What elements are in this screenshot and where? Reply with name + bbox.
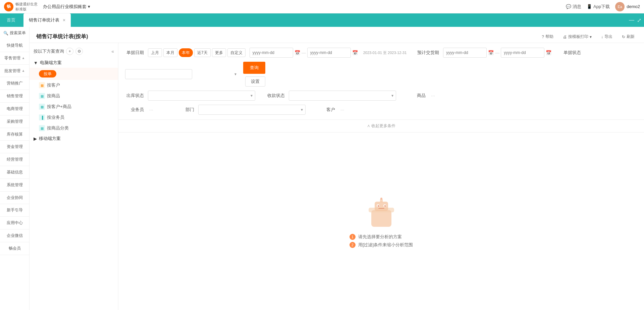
logo-text: 畅捷通好生意 标准版 [15, 2, 38, 11]
btn-custom[interactable]: 自定义 [227, 48, 246, 57]
btn-last-7[interactable]: 近7天 [194, 48, 211, 57]
pay-status-select[interactable] [289, 91, 396, 101]
query-area: 查询 设置 [243, 62, 265, 87]
tree-group-pc-header[interactable]: ▼ 电脑端方案 [30, 58, 118, 68]
sidebar-item-purchase[interactable]: 采购管理 [0, 115, 29, 128]
sidebar-item-basics[interactable]: 基础信息 [0, 166, 29, 179]
sidebar-item-quick-nav[interactable]: 快捷导航 [0, 39, 29, 52]
sidebar-item-ecommerce[interactable]: 电商管理 [0, 103, 29, 115]
export-label: 导出 [604, 34, 612, 40]
page-header-actions: ? 帮助 🖨 按模板打印 ▾ ↓ 导出 ↻ 刷新 [539, 33, 637, 41]
tab-minimize-icon[interactable]: — [629, 17, 634, 23]
expected-calendar-start-icon[interactable]: 📅 [488, 50, 494, 55]
page-header: 销售订单统计表(按单) ? 帮助 🖨 按模板打印 ▾ ↓ 导出 ↻ 刷新 [30, 27, 644, 43]
tree-item-by-category[interactable]: ▦ 按商品分类 [30, 123, 118, 134]
ship-status-select[interactable] [148, 91, 255, 101]
query-btn[interactable]: 查询 [243, 62, 265, 74]
sidebar-search[interactable]: 🔍 搜索菜单 [0, 27, 29, 39]
main-layout: 🔍 搜索菜单 快捷导航 零售管理 ▲ 批发管理 ▲ 营销推广 销售管理 电商管理… [0, 27, 644, 310]
sidebar-item-enterprise[interactable]: 企业协同 [0, 192, 29, 204]
collapse-conditions-btn[interactable]: ∧ 收起更多条件 [118, 120, 644, 133]
refresh-label: 刷新 [627, 34, 635, 40]
btn-last-month[interactable]: 上月 [148, 48, 162, 57]
hint-num-1: 1 [350, 234, 356, 240]
logo-icon: 畅 [4, 2, 13, 11]
btn-this-month[interactable]: 本月 [163, 48, 177, 57]
help-btn[interactable]: ? 帮助 [539, 33, 556, 41]
btn-this-year[interactable]: 本年 [179, 48, 193, 57]
right-panel: 单据日期 上月 本月 本年 近7天 更多 自定义 📅 — [118, 43, 644, 310]
sidebar-item-system[interactable]: 系统管理 [0, 179, 29, 192]
sidebar-item-retail[interactable]: 零售管理 ▲ [0, 52, 29, 65]
expected-date-start-input[interactable] [443, 48, 487, 58]
empty-hint-item-2: 2 用[过滤]条件来缩小分析范围 [350, 242, 413, 248]
tab-close-icon[interactable]: × [63, 17, 65, 23]
add-scheme-btn[interactable]: + [66, 48, 73, 55]
btn-more[interactable]: 更多 [212, 48, 226, 57]
tree-item-by-product[interactable]: ▦ 按商品 [30, 91, 118, 101]
sidebar-item-sales[interactable]: 销售管理 [0, 90, 29, 103]
date-start-input[interactable] [250, 48, 293, 58]
tab-sales-stats-label: 销售订单统计表 [29, 17, 59, 23]
export-btn[interactable]: ↓ 导出 [598, 33, 615, 41]
sidebar-item-apps[interactable]: 应用中心 [0, 217, 29, 229]
hint-text-2: 用[过滤]条件来缩小分析范围 [358, 242, 413, 248]
by-category-label: 按商品分类 [47, 125, 69, 131]
user-info[interactable]: Ea demo2 [615, 2, 640, 11]
expected-date-end-input[interactable] [501, 48, 544, 58]
scheme-settings-btn[interactable]: ⚙ [75, 48, 83, 55]
doc-status-select[interactable] [125, 69, 192, 79]
product-label: 商品 [407, 93, 426, 99]
message-action[interactable]: 💬 消息 [566, 4, 581, 10]
filter-row-1: 单据日期 上月 本月 本年 近7天 更多 自定义 📅 — [125, 48, 637, 87]
tab-maximize-icon[interactable]: ⤢ [637, 17, 641, 23]
by-customer-label: 按客户 [47, 82, 60, 88]
sidebar-item-vip[interactable]: 畅会员 [0, 242, 29, 255]
product-dots-btn[interactable]: ··· [430, 93, 436, 98]
template-print-btn[interactable]: 🖨 按模板打印 ▾ [560, 33, 594, 41]
filter-row-2: 出库状态 收款状态 商品 ··· [125, 91, 637, 101]
tab-sales-stats[interactable]: 销售订单统计表 × [23, 13, 71, 27]
svg-point-5 [378, 205, 379, 207]
sidebar-item-operations[interactable]: 经营管理 [0, 153, 29, 166]
print-arrow-icon: ▾ [590, 35, 592, 39]
top-bar: 畅 畅捷通好生意 标准版 办公用品行业模拟账套 ▾ 💬 消息 📱 App下载 E… [0, 0, 644, 13]
logo-area: 畅 畅捷通好生意 标准版 [4, 2, 38, 11]
workspace-selector[interactable]: 办公用品行业模拟账套 ▾ [40, 2, 93, 11]
svg-rect-2 [375, 202, 388, 211]
sidebar-item-wholesale[interactable]: 批发管理 ▲ [0, 65, 29, 78]
hint-num-2: 2 [350, 242, 356, 248]
app-download-action[interactable]: 📱 App下载 [587, 4, 610, 10]
tab-home[interactable]: 首页 [0, 13, 22, 27]
settings-btn[interactable]: 设置 [245, 76, 265, 87]
customer-dots-btn[interactable]: ··· [339, 107, 346, 112]
print-icon: 🖨 [563, 35, 567, 39]
sidebar-item-marketing[interactable]: 营销推广 [0, 77, 29, 90]
svg-point-6 [384, 205, 386, 207]
filter-section: 单据日期 上月 本月 本年 近7天 更多 自定义 📅 — [118, 43, 644, 120]
empty-hint: 1 请先选择要分析的方案 2 用[过滤]条件来缩小分析范围 [350, 234, 413, 248]
sidebar-item-inventory[interactable]: 库存核算 [0, 128, 29, 141]
calendar-end-icon[interactable]: 📅 [352, 50, 358, 55]
tab-bar: 首页 销售订单统计表 × — ⤢ [0, 13, 644, 27]
dept-select-wrapper [198, 105, 306, 115]
calendar-start-icon[interactable]: 📅 [294, 50, 300, 55]
expected-calendar-end-icon[interactable]: 📅 [546, 50, 551, 55]
collapse-panel-btn[interactable]: « [111, 49, 114, 54]
tree-item-by-customer[interactable]: ▦ 按客户 [30, 80, 118, 91]
refresh-btn[interactable]: ↻ 刷新 [619, 33, 637, 41]
tree-item-by-salesperson[interactable]: ▐ 按业务员 [30, 112, 118, 123]
tree-item-by-customer-product[interactable]: ▦ 按客户+商品 [30, 101, 118, 112]
dept-select[interactable] [198, 105, 306, 115]
expected-date-label: 预计交货期 [417, 50, 439, 56]
tree-group-pc-label: 电脑端方案 [40, 60, 62, 66]
sidebar-item-finance[interactable]: 资金管理 [0, 141, 29, 153]
by-customer-icon: ▦ [39, 82, 45, 88]
tree-item-by-order[interactable]: 按单 [30, 68, 118, 80]
salesperson-dots-btn[interactable]: ··· [148, 107, 155, 112]
tree-group-mobile-header[interactable]: ▶ 移动端方案 [30, 134, 118, 144]
sidebar-item-newbie[interactable]: 新手引导 [0, 204, 29, 217]
by-salesperson-icon: ▐ [39, 114, 45, 120]
sidebar-item-wechat[interactable]: 企业微信 [0, 229, 29, 242]
date-end-input[interactable] [307, 48, 351, 58]
